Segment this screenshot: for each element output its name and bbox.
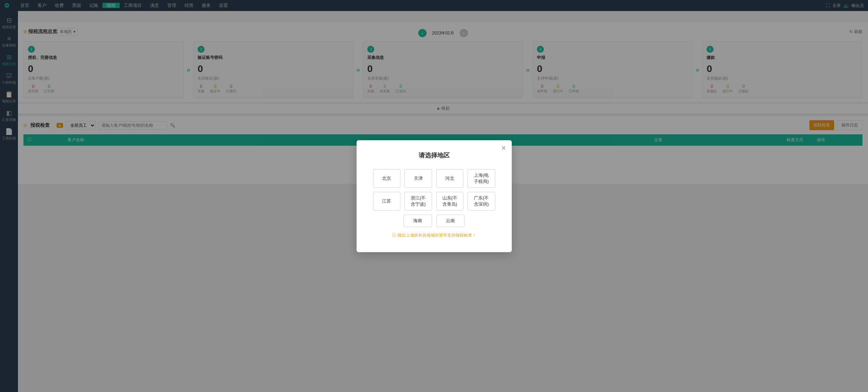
region-btn-海南[interactable]: 海南: [403, 215, 432, 227]
modal-close-btn[interactable]: ✕: [501, 144, 506, 152]
modal: ✕ 请选择地区 北京天津河北上海(电子税局) 江苏浙江(不含宁波)山东(不含青岛…: [357, 140, 512, 252]
region-btn-北京[interactable]: 北京: [373, 169, 401, 188]
region-grid-row2: 江苏浙江(不含宁波)山东(不含青岛)广东(不含深圳): [373, 192, 495, 210]
warn-text: 除以上地区外其他地区暂不支持报税检查！: [398, 233, 476, 238]
region-btn-天津[interactable]: 天津: [405, 169, 432, 188]
region-grid-row1: 北京天津河北上海(电子税局): [373, 169, 495, 188]
modal-title: 请选择地区: [373, 151, 495, 159]
region-btn-山东(不含青岛)[interactable]: 山东(不含青岛): [436, 192, 464, 210]
modal-overlay[interactable]: ✕ 请选择地区 北京天津河北上海(电子税局) 江苏浙江(不含宁波)山东(不含青岛…: [0, 0, 868, 392]
region-btn-上海(电子税局)[interactable]: 上海(电子税局): [468, 169, 495, 188]
warn-icon: ⓘ: [392, 233, 396, 238]
region-warning: ⓘ 除以上地区外其他地区暂不支持报税检查！: [373, 233, 495, 238]
region-btn-浙江(不含宁波)[interactable]: 浙江(不含宁波): [405, 192, 432, 210]
region-btn-河北[interactable]: 河北: [436, 169, 464, 188]
region-btn-广东(不含深圳)[interactable]: 广东(不含深圳): [468, 192, 495, 210]
region-grid-row3: 海南云南: [403, 215, 465, 227]
region-btn-云南[interactable]: 云南: [436, 215, 465, 227]
region-btn-江苏[interactable]: 江苏: [373, 192, 401, 210]
